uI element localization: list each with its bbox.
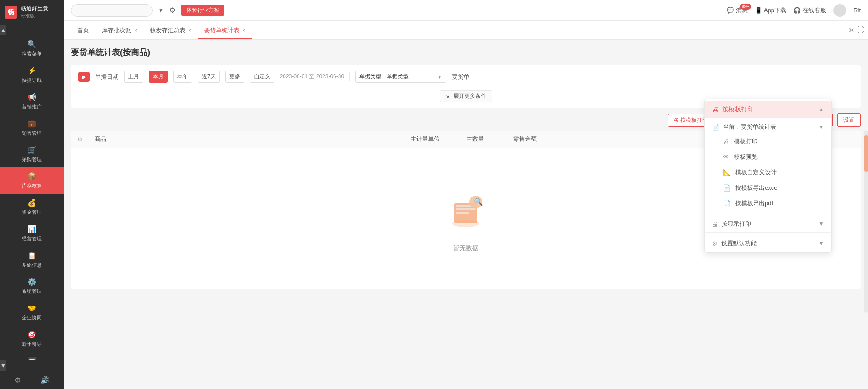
user-avatar[interactable]	[833, 4, 846, 17]
dropdown-header-left: 🖨 按模板打印	[712, 106, 754, 114]
col-goods: 商品	[89, 135, 398, 143]
sidebar-item-label: 库存核算	[22, 182, 42, 189]
app-version: 标准版	[21, 13, 48, 19]
table-column-settings[interactable]: ⚙	[71, 135, 89, 143]
settings-button[interactable]: 设置	[837, 113, 861, 127]
date-last-7-days[interactable]: 近7天	[198, 71, 220, 83]
date-more[interactable]: 更多	[225, 71, 244, 83]
quick-nav-icon: ⚡	[27, 66, 36, 75]
sidebar-item-finance[interactable]: 💰 资金管理	[0, 194, 64, 220]
col-qty: 主数量	[452, 135, 498, 143]
dropdown-menu: 🖨 按模板打印 ▲ 📄 当前：要货单统计表 ▼ 🖨 模板打印 👁	[704, 99, 832, 253]
sidebar-item-sales[interactable]: 💼 销售管理	[0, 115, 64, 141]
footer-sound-icon[interactable]: 🔊	[40, 376, 50, 384]
sidebar-item-marketing[interactable]: 📢 营销推广	[0, 88, 64, 115]
sidebar-item-guide[interactable]: 🎯 新手引导	[0, 326, 64, 352]
svg-rect-4	[456, 212, 469, 214]
sidebar-item-inventory[interactable]: 📦 库存核算	[0, 167, 64, 194]
dropdown-item-template-design[interactable]: 📐 模板自定义设计	[705, 165, 831, 180]
search-icon: 🔍	[27, 40, 36, 49]
dropdown-item-template-print[interactable]: 🖨 模板打印	[705, 134, 831, 149]
page-title: 要货单统计表(按商品)	[71, 47, 861, 58]
sidebar-item-system[interactable]: ⚙️ 系统管理	[0, 273, 64, 299]
date-filter-label: 单据日期	[95, 73, 119, 81]
tab-actions: ✕ ⛶	[845, 21, 868, 39]
app-download-button[interactable]: 📱 App下载	[755, 6, 786, 15]
sidebar-scroll-down[interactable]: ▼	[0, 360, 6, 371]
svg-text:🔍: 🔍	[474, 197, 483, 206]
display-print-icon: 🖨	[712, 221, 718, 227]
username-text: Rit	[853, 7, 861, 14]
search-input[interactable]	[71, 4, 153, 17]
sidebar-item-operations[interactable]: 📊 经营管理	[0, 220, 64, 247]
sidebar: 畅 畅通好生意 标准版 ▲ 🔍 搜索菜单 ⚡ 快捷导航 📢 营销推广 💼 销售管…	[0, 0, 64, 389]
scrollbar-thumb[interactable]	[864, 135, 868, 172]
sales-icon: 💼	[27, 119, 36, 128]
sidebar-item-label: 经营管理	[22, 235, 42, 242]
sidebar-item-app-center[interactable]: 🔲 应用中心	[0, 352, 64, 360]
service-icon: 🎧	[793, 7, 801, 14]
dropdown-item-export-pdf[interactable]: 📄 按模板导出pdf	[705, 196, 831, 211]
sidebar-scroll-up[interactable]: ▲	[0, 25, 6, 35]
current-section-icon: 📄	[712, 124, 719, 131]
topbar: ▼ ⚙ 体验行业方案 💬 消息 99+ 📱 App下载 🎧 在线客服 Rit	[64, 0, 868, 21]
date-current-year[interactable]: 本年	[173, 71, 192, 83]
sidebar-item-label: 基础信息	[22, 262, 42, 268]
goods-filter-label: 要货单	[452, 73, 469, 81]
messages-button[interactable]: 💬 消息 99+	[727, 6, 748, 15]
dropdown-toggle-icon[interactable]: ▲	[818, 106, 824, 113]
basic-info-icon: 📋	[27, 251, 36, 260]
dropdown-display-print[interactable]: 🖨 按显示打印 ▼	[705, 215, 831, 231]
sidebar-item-label: 资金管理	[22, 209, 42, 216]
footer-settings-icon[interactable]: ⚙	[15, 376, 21, 384]
tab-home[interactable]: 首页	[71, 23, 95, 39]
dropdown-current-section[interactable]: 📄 当前：要货单统计表 ▼	[705, 118, 831, 134]
dropdown-item-template-preview[interactable]: 👁 模板预览	[705, 149, 831, 165]
tab-close-batch-accounts[interactable]: ×	[134, 27, 137, 34]
right-scrollbar[interactable]	[864, 131, 868, 313]
type-filter-select[interactable]: 单据类型 单据类型 ▼	[355, 71, 446, 83]
expand-conditions-button[interactable]: ∨ 展开更多条件	[440, 90, 492, 102]
export-excel-icon: 📄	[723, 184, 731, 192]
page-content: 要货单统计表(按商品) ▶ 单据日期 上月 本月 本年 近7天 更多 自定义 2…	[64, 40, 868, 389]
sidebar-item-enterprise[interactable]: 🤝 企业协同	[0, 299, 64, 326]
sidebar-logo: 畅 畅通好生意 标准版	[0, 0, 64, 25]
topbar-dropdown-icon[interactable]: ▼	[158, 7, 164, 14]
tabs-container: 首页 库存批次账 × 收发存汇总表 × 要货单统计表 × ✕ ⛶	[64, 21, 868, 40]
export-pdf-icon: 📄	[723, 200, 731, 207]
dropdown-item-export-excel[interactable]: 📄 按模板导出excel	[705, 180, 831, 196]
filter-expand-icon[interactable]: ▶	[78, 72, 90, 82]
avatar-image	[833, 4, 846, 17]
type-filter-label: 单据类型	[359, 73, 381, 81]
dropdown-header[interactable]: 🖨 按模板打印 ▲	[705, 101, 831, 118]
current-section-arrow: ▼	[818, 124, 824, 130]
message-icon: 💬	[727, 7, 734, 14]
tab-close-all-icon[interactable]: ✕	[848, 26, 854, 35]
template-print-icon: 🖨	[723, 138, 729, 145]
tab-collection-summary[interactable]: 收发存汇总表 ×	[144, 23, 198, 39]
date-custom[interactable]: 自定义	[250, 71, 274, 83]
dropdown-default-settings[interactable]: ⚙ 设置默认功能 ▼	[705, 235, 831, 250]
online-service-button[interactable]: 🎧 在线客服	[793, 6, 826, 15]
tab-close-collection-summary[interactable]: ×	[188, 27, 191, 34]
tab-close-order-stats[interactable]: ×	[242, 27, 245, 34]
dropdown-divider-2	[705, 232, 831, 233]
tab-batch-accounts[interactable]: 库存批次账 ×	[95, 23, 144, 39]
sidebar-item-basic-info[interactable]: 📋 基础信息	[0, 247, 64, 273]
sidebar-item-purchase[interactable]: 🛒 采购管理	[0, 141, 64, 167]
sidebar-item-label: 搜索菜单	[22, 51, 42, 57]
date-current-month[interactable]: 本月	[149, 71, 168, 83]
sidebar-item-search[interactable]: 🔍 搜索菜单	[0, 35, 64, 62]
default-settings-icon: ⚙	[712, 240, 718, 247]
sidebar-item-quick-nav[interactable]: ⚡ 快捷导航	[0, 62, 64, 88]
date-prev-month[interactable]: 上月	[124, 71, 143, 83]
tab-order-stats[interactable]: 要货单统计表 ×	[198, 23, 252, 39]
tab-maximize-icon[interactable]: ⛶	[857, 26, 864, 34]
username-display[interactable]: Rit	[853, 7, 861, 14]
col-unit: 主计量单位	[398, 135, 452, 143]
topbar-settings-icon[interactable]: ⚙	[169, 6, 175, 15]
trial-button[interactable]: 体验行业方案	[181, 5, 224, 16]
col-retail-amount: 零售金额	[498, 135, 552, 143]
sidebar-item-label: 采购管理	[22, 156, 42, 163]
finance-icon: 💰	[27, 198, 36, 207]
